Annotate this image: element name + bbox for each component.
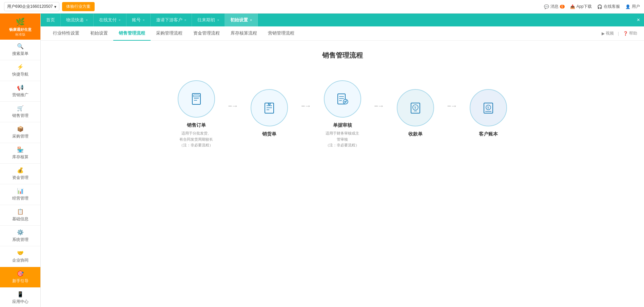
flow-step-approval[interactable]: 单据审核 适用于财务审核或主管审核（注：非必要流程） xyxy=(312,80,373,148)
sub-tab-sales-flow[interactable]: 销售管理流程 xyxy=(113,26,151,41)
flow-arrow-4: --→ xyxy=(447,102,456,127)
sidebar-item-inventory[interactable]: 🏪 库存核算 xyxy=(0,143,40,164)
flow-circle-delivery xyxy=(251,89,288,126)
customer-account-icon: ¥ xyxy=(481,100,496,115)
flow-arrow-2: --→ xyxy=(301,102,310,127)
chevron-down-icon: ▾ xyxy=(54,4,56,9)
sidebar-item-system[interactable]: ⚙️ 系统管理 xyxy=(0,226,40,246)
online-service-item[interactable]: 🎧 在线客服 xyxy=(597,4,620,9)
close-icon[interactable]: × xyxy=(184,18,187,22)
inventory-icon: 🏪 xyxy=(17,146,24,153)
nav-tab-logistics[interactable]: 物流快递 × xyxy=(61,14,94,26)
top-bar: 用户690企业1660120507 ▾ 体验行业方案 💬 消息 6 📥 App下… xyxy=(0,0,644,14)
trial-button[interactable]: 体验行业方案 xyxy=(62,2,95,11)
sub-tab-label: 资金管理流程 xyxy=(193,30,220,36)
nav-bar-close-button[interactable]: × xyxy=(633,14,644,26)
nav-tab-home[interactable]: 首页 xyxy=(41,14,61,26)
flow-desc-sales-order: 适用于分批发货、有合同发货周期较长（注：非必要流程） xyxy=(179,130,213,148)
flow-label-receipt: 收款单 xyxy=(408,131,423,137)
system-icon: ⚙️ xyxy=(17,229,24,236)
flow-desc-approval: 适用于财务审核或主管审核（注：非必要流程） xyxy=(326,130,359,148)
quick-icon: ⚡ xyxy=(17,64,24,70)
message-badge: 6 xyxy=(560,5,565,8)
sub-tab-industry[interactable]: 行业特性设置 xyxy=(47,26,85,41)
video-link[interactable]: ▶ 视频 xyxy=(602,30,614,36)
sidebar-item-marketing[interactable]: 📢 营销推广 xyxy=(0,81,40,102)
flow-step-customer-account[interactable]: ¥ 客户账本 xyxy=(458,89,519,139)
sidebar: 🌿 畅康通好生意 标准版 🔍 搜索菜单 ⚡ 快捷导航 📢 营销推广 🛒 销售管理… xyxy=(0,14,41,307)
sub-tab-purchase-flow[interactable]: 采购管理流程 xyxy=(151,26,188,41)
sidebar-item-label: 营销推广 xyxy=(12,92,28,98)
sidebar-item-finance[interactable]: 💰 资金管理 xyxy=(0,164,40,184)
nav-tab-period-init[interactable]: 往来期初 × xyxy=(192,14,225,26)
sidebar-item-operations[interactable]: 📊 经营管理 xyxy=(0,184,40,205)
play-icon: ▶ xyxy=(602,31,605,36)
sub-tab-label: 销售管理流程 xyxy=(119,30,145,36)
main-content: 行业特性设置 初始设置 销售管理流程 采购管理流程 资金管理流程 库存核算流程 … xyxy=(41,26,644,307)
flow-label-sales-order: 销售订单 xyxy=(187,122,206,128)
headset-icon: 🎧 xyxy=(597,4,602,9)
close-icon[interactable]: × xyxy=(119,18,121,22)
svg-text:¥: ¥ xyxy=(414,106,416,109)
user-selector-text: 用户690企业1660120507 xyxy=(7,4,53,9)
sub-tabs-right: ▶ 视频 | ❓ 帮助 xyxy=(602,30,637,36)
divider: | xyxy=(618,31,619,36)
sub-tab-inventory-calc[interactable]: 库存核算流程 xyxy=(225,26,262,41)
sidebar-item-label: 新手引导 xyxy=(12,278,28,284)
sidebar-item-basic-info[interactable]: 📋 基础信息 xyxy=(0,205,40,226)
collab-icon: 🤝 xyxy=(17,250,24,256)
message-item[interactable]: 💬 消息 6 xyxy=(544,4,565,9)
user-item[interactable]: 👤 用户 xyxy=(625,4,640,9)
purchase-icon: 📦 xyxy=(17,126,24,132)
sidebar-item-search[interactable]: 🔍 搜索菜单 xyxy=(0,40,40,60)
sub-tab-marketing-flow[interactable]: 营销管理流程 xyxy=(262,26,300,41)
close-icon[interactable]: × xyxy=(250,18,252,22)
sidebar-item-purchase[interactable]: 📦 采购管理 xyxy=(0,122,40,143)
app-download-label: App下载 xyxy=(577,4,592,9)
avatar-icon: 👤 xyxy=(625,4,630,9)
sidebar-item-label: 采购管理 xyxy=(12,134,28,139)
sidebar-item-new-guide[interactable]: 🎯 新手引导 xyxy=(0,267,40,288)
delivery-icon xyxy=(262,100,277,115)
top-bar-right: 💬 消息 6 📥 App下载 🎧 在线客服 👤 用户 xyxy=(544,4,640,9)
nav-tab-init-settings[interactable]: 初始设置 × xyxy=(225,14,258,26)
operations-icon: 📊 xyxy=(17,188,24,194)
close-icon[interactable]: × xyxy=(86,18,88,22)
search-icon: 🔍 xyxy=(17,43,24,49)
sub-tab-label: 营销管理流程 xyxy=(268,30,294,36)
flow-label-delivery: 销货单 xyxy=(262,131,276,137)
logo-sub: 标准版 xyxy=(15,32,25,37)
sidebar-item-enterprise-collab[interactable]: 🤝 企业协同 xyxy=(0,246,40,267)
guide-icon: 🎯 xyxy=(17,270,24,277)
sidebar-item-app-center[interactable]: 📱 应用中心 xyxy=(0,288,40,307)
app-download-item[interactable]: 📥 App下载 xyxy=(570,4,592,9)
help-icon: ❓ xyxy=(623,31,628,36)
flow-step-receipt[interactable]: ¥ 收款单 xyxy=(385,89,446,139)
sidebar-item-label: 经营管理 xyxy=(12,196,28,201)
sidebar-item-quick[interactable]: ⚡ 快捷导航 xyxy=(0,60,40,81)
close-icon[interactable]: × xyxy=(143,18,145,22)
flow-step-delivery[interactable]: 销货单 xyxy=(239,89,300,139)
sub-tab-label: 采购管理流程 xyxy=(156,30,182,36)
flow-circle-sales-order xyxy=(178,80,215,118)
sub-tabs: 行业特性设置 初始设置 销售管理流程 采购管理流程 资金管理流程 库存核算流程 … xyxy=(41,26,644,41)
close-icon[interactable]: × xyxy=(217,18,219,22)
sub-tab-label: 初始设置 xyxy=(90,30,108,36)
logo-icon: 🌿 xyxy=(16,18,25,26)
app-center-icon: 📱 xyxy=(17,291,24,298)
nav-tab-label: 首页 xyxy=(46,17,55,23)
nav-tab-account[interactable]: 账号 × xyxy=(126,14,151,26)
sidebar-item-sales[interactable]: 🛒 销售管理 xyxy=(0,102,40,122)
sub-tab-finance-flow[interactable]: 资金管理流程 xyxy=(188,26,225,41)
flow-step-sales-order[interactable]: 销售订单 适用于分批发货、有合同发货周期较长（注：非必要流程） xyxy=(166,80,227,148)
help-link[interactable]: ❓ 帮助 xyxy=(623,30,637,36)
svg-text:¥: ¥ xyxy=(487,106,489,109)
user-selector[interactable]: 用户690企业1660120507 ▾ xyxy=(4,2,59,11)
nav-tab-label: 往来期初 xyxy=(197,17,215,23)
nav-tab-downstream[interactable]: 邀请下游客户 × xyxy=(151,14,192,26)
nav-tabs-bar: 首页 物流快递 × 在线支付 × 账号 × 邀请下游客户 × 往来期初 × 初始… xyxy=(41,14,644,26)
sub-tab-init[interactable]: 初始设置 xyxy=(85,26,113,41)
page-title: 销售管理流程 xyxy=(54,51,630,60)
sub-tab-label: 行业特性设置 xyxy=(53,30,79,36)
nav-tab-payment[interactable]: 在线支付 × xyxy=(94,14,126,26)
